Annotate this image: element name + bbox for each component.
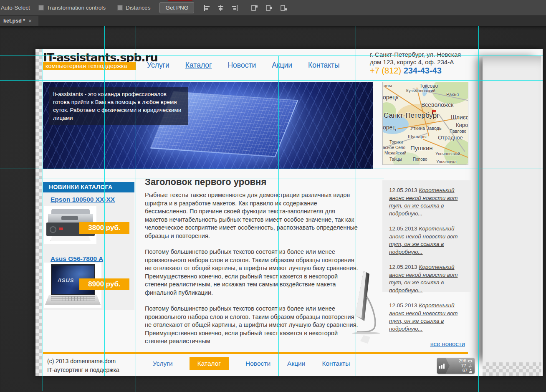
copyright-line: IT-аутсортинг и поддержка [47, 366, 119, 374]
news-panel: 12.05.2013 Коротенький анонс некой новос… [382, 180, 471, 292]
align-left-icon[interactable] [203, 4, 212, 12]
product-link[interactable]: Asus G56-7800 A [51, 255, 103, 263]
design-canvas: IT-assistants.spb.ru компьютерная техпод… [35, 49, 543, 376]
product-link[interactable]: Epson 100500 XX-XX [51, 196, 115, 203]
map-label: Попово [413, 157, 427, 162]
guide-horizontal[interactable] [0, 169, 543, 169]
document-tabbar: ket.psd * × [0, 16, 546, 26]
nav-item-kontakty[interactable]: Контакты [308, 61, 340, 70]
guide-vertical[interactable] [43, 49, 43, 391]
page-title: Заголовок первого уровня [145, 177, 266, 187]
close-icon[interactable]: × [28, 18, 32, 24]
distribute-top-icon[interactable] [251, 4, 260, 12]
map-label: Шлиссе [451, 114, 468, 121]
app-window: Auto-Select Transformation controls Dist… [0, 0, 546, 392]
document-tab[interactable]: ket.psd * × [0, 16, 38, 26]
guide-horizontal[interactable] [0, 56, 543, 56]
location-map[interactable]: оны Токсово Кузьмоловский Рахья орецк Вс… [382, 82, 468, 165]
nav-item-uslugi[interactable]: Услуги [147, 61, 169, 70]
distances-checkbox[interactable]: Distances [117, 5, 150, 11]
phone-number: +7 (812) 234-43-43 [370, 66, 442, 76]
guide-vertical[interactable] [478, 26, 479, 392]
guide-horizontal[interactable] [0, 80, 543, 81]
map-label: орецк [383, 94, 399, 101]
guide-vertical[interactable] [383, 26, 383, 392]
app-toolbar: Auto-Select Transformation controls Dist… [0, 0, 546, 16]
document-tab-title: ket.psd * [3, 18, 25, 24]
align-icon-group [203, 4, 240, 12]
guide-vertical[interactable] [104, 26, 105, 376]
distribute-icon-group [251, 4, 289, 12]
map-label: Всеволожск [421, 101, 453, 108]
checkbox-icon [117, 5, 123, 10]
transparency-checker [483, 362, 541, 376]
guide-horizontal[interactable] [0, 391, 546, 391]
map-label: Шушары [408, 134, 427, 139]
footer-nav-katalog[interactable]: Каталог [190, 357, 229, 370]
nav-item-akcii[interactable]: Акции [272, 61, 292, 70]
checkbox-icon [38, 5, 44, 10]
guide-vertical[interactable] [356, 26, 356, 376]
article-paragraph: Рыбные тексты также применяются для демо… [145, 191, 359, 240]
footer-nav-akcii[interactable]: Акции [287, 360, 305, 367]
canvas-pasteboard[interactable]: IT-assistants.spb.ru компьютерная техпод… [0, 26, 546, 392]
phone-prefix: +7 (812) [370, 66, 401, 75]
map-label: Ульяновский [435, 152, 460, 156]
red-indicator [168, 0, 192, 1]
map-label: оны [384, 83, 392, 88]
guide-vertical[interactable] [278, 56, 279, 376]
map-marker-flag-icon [432, 110, 436, 114]
map-label: Токсово [420, 83, 438, 89]
align-right-icon[interactable] [231, 4, 240, 12]
news-date: 12.05.2013 [389, 264, 417, 270]
phone-main: 234-43-43 [404, 66, 442, 75]
footer-nav-uslugi[interactable]: Услуги [153, 360, 173, 367]
distribute-middle-icon[interactable] [265, 4, 275, 12]
guide-horizontal[interactable] [0, 353, 546, 353]
footer-nav-kontakty[interactable]: Контакты [322, 360, 350, 367]
article-paragraph: Поэтому большинство рыбных текстов состо… [145, 248, 359, 297]
distribute-bottom-icon[interactable] [280, 4, 289, 12]
all-news-link[interactable]: все новости [389, 340, 465, 348]
map-label: Пушкин [410, 144, 433, 152]
footer-nav: Услуги Каталог Новости Акции Контакты [153, 355, 350, 372]
map-label: Киров [456, 122, 468, 128]
map-label: орец [383, 124, 396, 131]
auto-select-label[interactable]: Auto-Select [1, 5, 30, 11]
distances-label: Distances [126, 5, 150, 11]
copyright-block: (c) 2013 domenname.dom IT-аутсортинг и п… [47, 357, 119, 374]
guide-vertical[interactable] [145, 49, 145, 392]
footer-nav-novosti[interactable]: Новости [245, 360, 270, 367]
news-item: 12.05.2013 Коротенький анонс некой новос… [389, 302, 465, 333]
align-center-horizontal-icon[interactable] [217, 4, 226, 12]
map-label: Можайский [384, 151, 406, 155]
map-label: Тайцы [389, 157, 402, 162]
map-label: Торики [389, 140, 403, 144]
site-tagline: компьютерная техподдержка [43, 62, 136, 70]
transformation-controls-label: Transformation controls [47, 5, 106, 11]
copyright-line: (c) 2013 domenname.dom [47, 357, 119, 366]
news-item: 12.05.2013 Коротенький анонс некой новос… [389, 263, 465, 294]
catalog-header: НОВИНКИ КАТАЛОГА [43, 182, 134, 192]
get-png-button[interactable]: Get PNG [159, 2, 194, 13]
nav-item-novosti[interactable]: Новости [228, 61, 256, 70]
map-label: Отрадное [438, 134, 463, 141]
visitor-counter[interactable]: 296 77 67 [437, 358, 475, 374]
map-label-city: Санкт-Петербург [384, 111, 439, 120]
transformation-controls-checkbox[interactable]: Transformation controls [38, 5, 106, 11]
guide-vertical[interactable] [471, 26, 471, 392]
guide-horizontal[interactable] [35, 179, 384, 179]
guide-vertical[interactable] [332, 26, 332, 376]
hero-banner: It-assistants - это команда профессионал… [43, 82, 373, 169]
guide-vertical[interactable] [373, 49, 373, 376]
eye-icon [468, 359, 473, 363]
news-item: 12.05.2013 Коротенький анонс некой новос… [389, 225, 465, 256]
map-label: асное Село [383, 145, 405, 150]
nav-item-katalog[interactable]: Каталог [185, 61, 212, 70]
hero-text: It-assistants - это команда профессионал… [49, 87, 188, 125]
guide-vertical[interactable] [136, 26, 136, 392]
address-line: г. Санкт-Петербург, ул. Невская [370, 51, 461, 58]
monitor-image [349, 269, 384, 344]
counter-visitors: 67 [463, 368, 468, 373]
transitions-icon [468, 364, 473, 368]
